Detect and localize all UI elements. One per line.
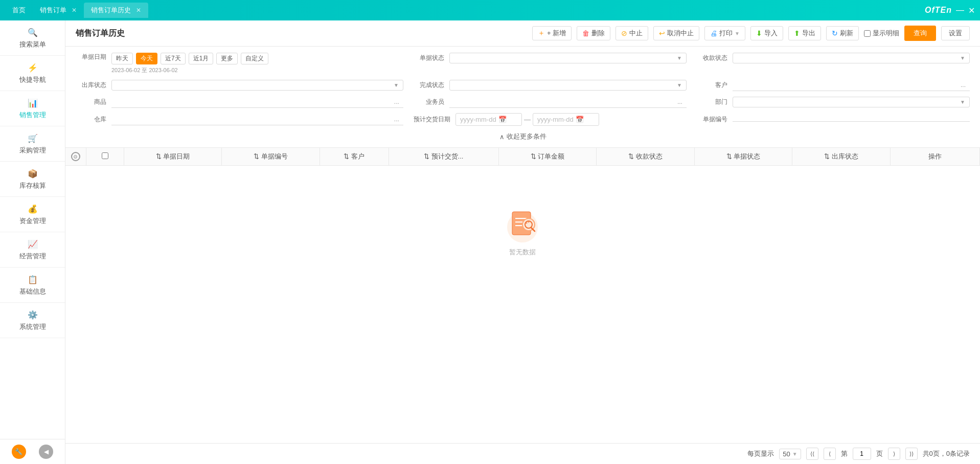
col-amount: ⇅ 订单金额 bbox=[498, 148, 597, 166]
col-checkbox bbox=[86, 148, 124, 166]
sidebar-item-inventory-check[interactable]: 📦 库存核算 bbox=[0, 162, 65, 197]
close-window-icon[interactable]: ✕ bbox=[968, 6, 975, 15]
date-btn-more[interactable]: 更多 bbox=[216, 53, 238, 64]
delivery-status-select[interactable]: ▼ bbox=[111, 80, 403, 91]
cancel-stop-icon: ↩ bbox=[659, 29, 665, 37]
pagination-bar: 每页显示 50 ▼ ⟨⟨ ⟨ 第 页 ⟩ ⟩⟩ 共0页，0条记录 bbox=[65, 443, 980, 464]
settings-button-label: 设置 bbox=[949, 29, 962, 37]
sidebar-bottom: 🔧 ◀ bbox=[0, 439, 65, 464]
export-button-label: 导出 bbox=[802, 29, 815, 38]
sidebar-item-purchase-mgmt[interactable]: 🛒 采购管理 bbox=[0, 126, 65, 162]
minimize-icon[interactable]: — bbox=[956, 6, 964, 15]
print-button[interactable]: 🖨 打印 ▼ bbox=[704, 26, 745, 40]
refresh-icon: ↻ bbox=[832, 29, 838, 37]
system-mgmt-icon: ⚙️ bbox=[27, 309, 38, 320]
tab-sales-order-history[interactable]: 销售订单历史 ✕ bbox=[84, 3, 148, 18]
filter-complete-status-group: 完成状态 ▼ bbox=[414, 80, 687, 91]
sidebar-item-operations-mgmt[interactable]: 📈 经营管理 bbox=[0, 232, 65, 268]
filter-expected-date-group: 预计交货日期 yyyy-mm-dd 📅 — yyyy-mm-dd 📅 bbox=[414, 113, 687, 126]
add-icon: ＋ bbox=[538, 29, 545, 38]
page-number-input[interactable] bbox=[853, 448, 871, 460]
calendar-start-icon: 📅 bbox=[498, 116, 507, 123]
payment-status-select[interactable]: ▼ bbox=[733, 53, 970, 63]
payment-status-arrow: ▼ bbox=[960, 55, 965, 61]
print-button-label: 打印 bbox=[719, 29, 733, 38]
page-size-select[interactable]: 50 ▼ bbox=[779, 449, 801, 459]
add-button-label: + 新增 bbox=[547, 29, 566, 38]
date-btn-custom[interactable]: 自定义 bbox=[241, 53, 268, 64]
date-btn-last1m[interactable]: 近1月 bbox=[189, 53, 214, 64]
sidebar-settings-icon[interactable]: 🔧 bbox=[12, 445, 26, 459]
sidebar-item-search-menu[interactable]: 🔍 搜索菜单 bbox=[0, 20, 65, 56]
filter-date-group: 单据日期 昨天 今天 近7天 近1月 更多 自定义 2023-06-02 至 2… bbox=[76, 53, 403, 74]
jump-label: 第 bbox=[841, 449, 848, 458]
sidebar-item-basic-info[interactable]: 📋 基础信息 bbox=[0, 268, 65, 303]
delete-button[interactable]: 🗑 删除 bbox=[577, 26, 610, 40]
date-btn-last7[interactable]: 近7天 bbox=[161, 53, 186, 64]
prev-page-btn[interactable]: ⟨ bbox=[824, 448, 836, 460]
sidebar-item-quick-nav[interactable]: ⚡ 快捷导航 bbox=[0, 56, 65, 91]
date-btn-today[interactable]: 今天 bbox=[136, 53, 157, 64]
cancel-stop-button[interactable]: ↩ 取消中止 bbox=[653, 26, 699, 40]
query-button[interactable]: 查询 bbox=[904, 26, 936, 41]
next-page-btn[interactable]: ⟩ bbox=[888, 448, 900, 460]
col-order-no-label: ⇅ 单据编号 bbox=[254, 152, 288, 160]
top-bar: 首页 销售订单 ✕ 销售订单历史 ✕ OfTEn — ✕ bbox=[0, 0, 980, 20]
tab-sales-order-close[interactable]: ✕ bbox=[72, 7, 77, 14]
complete-status-select[interactable]: ▼ bbox=[449, 80, 687, 91]
customer-input[interactable]: ... bbox=[733, 79, 970, 91]
salesperson-ellipsis: ... bbox=[677, 98, 682, 105]
last-page-btn[interactable]: ⟩⟩ bbox=[905, 448, 918, 460]
col-customer: ⇅ 客户 bbox=[320, 148, 389, 166]
sidebar-item-sales-mgmt[interactable]: 📊 销售管理 bbox=[0, 91, 65, 126]
basic-info-icon: 📋 bbox=[27, 274, 38, 285]
goods-label: 商品 bbox=[76, 98, 111, 106]
export-button[interactable]: ⬆ 导出 bbox=[788, 26, 821, 40]
tab-sales-order[interactable]: 销售订单 ✕ bbox=[33, 3, 84, 18]
filter-customer-group: 客户 ... bbox=[697, 79, 970, 91]
warehouse-input[interactable]: ... bbox=[111, 114, 403, 125]
col-customer-label: ⇅ 客户 bbox=[344, 152, 364, 160]
tab-sales-order-history-close[interactable]: ✕ bbox=[136, 7, 141, 14]
order-no-input[interactable] bbox=[733, 117, 970, 122]
add-button[interactable]: ＋ + 新增 bbox=[532, 26, 572, 40]
import-button[interactable]: ⬇ 导入 bbox=[750, 26, 783, 40]
refresh-button-label: 刷新 bbox=[840, 29, 853, 38]
table-settings-icon[interactable]: ⚙ bbox=[71, 152, 80, 161]
col-date: ⇅ 单据日期 bbox=[124, 148, 222, 166]
select-all-checkbox[interactable] bbox=[102, 152, 108, 159]
page-header: 销售订单历史 ＋ + 新增 🗑 删除 ⊘ 中止 ↩ 取消中止 bbox=[65, 20, 980, 47]
search-menu-icon: 🔍 bbox=[27, 27, 38, 38]
first-page-btn[interactable]: ⟨⟨ bbox=[806, 448, 818, 460]
table-area: ⚙ ⇅ 单据日期 ⇅ 单据编号 ⇅ 客户 bbox=[65, 148, 980, 443]
display-detail-check[interactable]: 显示明细 bbox=[864, 29, 899, 38]
date-btn-yesterday[interactable]: 昨天 bbox=[111, 53, 133, 64]
settings-button[interactable]: 设置 bbox=[941, 26, 970, 40]
goods-input[interactable]: ... bbox=[111, 96, 403, 108]
tab-home[interactable]: 首页 bbox=[5, 3, 33, 18]
filter-dept-group: 部门 ▼ bbox=[697, 97, 970, 107]
delivery-status-label: 出库状态 bbox=[76, 81, 111, 90]
refresh-button[interactable]: ↻ 刷新 bbox=[826, 26, 859, 40]
col-amount-label: ⇅ 订单金额 bbox=[531, 152, 565, 160]
sidebar-item-sales-mgmt-label: 销售管理 bbox=[19, 111, 46, 120]
col-delivery-status: ⇅ 出库状态 bbox=[792, 148, 891, 166]
brand-text: OfTEn bbox=[925, 6, 952, 15]
expected-date-start-input[interactable]: yyyy-mm-dd 📅 bbox=[455, 113, 522, 126]
sidebar-item-fund-mgmt[interactable]: 💰 资金管理 bbox=[0, 197, 65, 232]
sidebar-collapse-icon[interactable]: ◀ bbox=[39, 445, 53, 459]
order-status-label: 单据状态 bbox=[414, 54, 449, 62]
collapse-link[interactable]: ∧ 收起更多条件 bbox=[76, 130, 970, 141]
sidebar-item-system-mgmt[interactable]: ⚙️ 系统管理 bbox=[0, 303, 65, 338]
order-status-select[interactable]: ▼ bbox=[449, 53, 687, 63]
display-detail-checkbox[interactable] bbox=[864, 30, 871, 37]
col-operation: 操作 bbox=[891, 148, 980, 166]
sidebar-item-search-menu-label: 搜索菜单 bbox=[19, 40, 46, 49]
tab-sales-order-label: 销售订单 bbox=[40, 6, 66, 15]
dept-select[interactable]: ▼ bbox=[733, 97, 970, 107]
stop-button[interactable]: ⊘ 中止 bbox=[616, 26, 648, 40]
col-order-status-label: ⇅ 单据状态 bbox=[726, 152, 761, 160]
salesperson-input[interactable]: ... bbox=[449, 96, 687, 108]
expected-date-end-input[interactable]: yyyy-mm-dd 📅 bbox=[533, 113, 599, 126]
complete-status-label: 完成状态 bbox=[414, 81, 449, 90]
